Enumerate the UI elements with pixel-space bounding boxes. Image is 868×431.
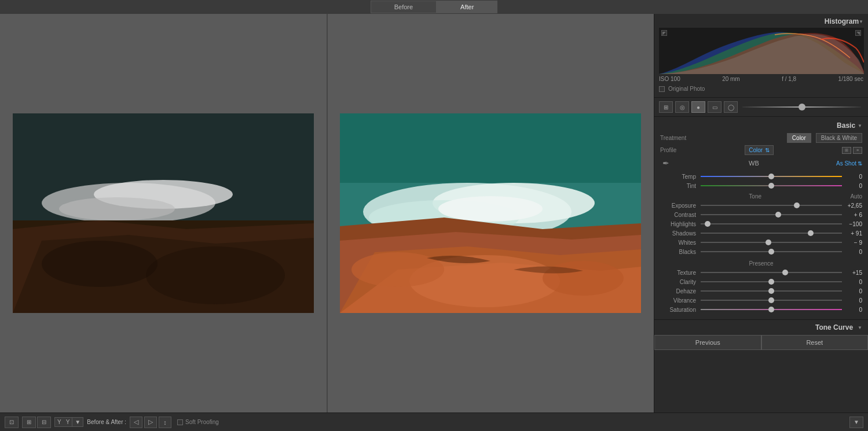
yy-left[interactable]: Y xyxy=(55,418,64,426)
profile-icon-grid[interactable]: ⊞ xyxy=(842,147,851,154)
temp-row: Temp 0 xyxy=(660,172,862,180)
blacks-value: 0 xyxy=(842,249,862,255)
dehaze-slider-thumb[interactable] xyxy=(768,288,774,294)
exposure-slider-thumb[interactable] xyxy=(794,202,800,208)
blacks-slider[interactable] xyxy=(701,248,842,256)
after-photo-svg xyxy=(340,113,641,313)
contrast-value: + 6 xyxy=(842,212,862,218)
clarity-value: 0 xyxy=(842,279,862,285)
vibrance-value: 0 xyxy=(842,297,862,304)
main-area: Histogram ▼ xyxy=(0,14,868,412)
wb-eyedropper-icon[interactable]: ✒ xyxy=(660,157,672,169)
nav-swap-icon[interactable]: ↕ xyxy=(159,417,171,428)
texture-slider-thumb[interactable] xyxy=(782,270,788,275)
before-pane xyxy=(0,14,328,412)
temp-slider-thumb[interactable] xyxy=(768,174,774,179)
original-photo-row: Original Photo xyxy=(659,84,863,94)
highlights-slider-thumb[interactable] xyxy=(705,221,710,227)
treatment-bw-btn[interactable]: Black & White xyxy=(816,133,862,143)
filmstrip-toggle-icon[interactable]: ▼ xyxy=(849,417,863,428)
contrast-slider-thumb[interactable] xyxy=(775,212,781,218)
yy-right[interactable]: Y xyxy=(64,418,72,426)
saturation-slider[interactable] xyxy=(701,305,842,314)
texture-value: +15 xyxy=(842,270,862,276)
clarity-slider-thumb[interactable] xyxy=(768,279,774,285)
tint-slider-thumb[interactable] xyxy=(768,183,774,189)
yy-dropdown[interactable]: ▼ xyxy=(72,418,83,426)
view-options: ⊞ ⊟ xyxy=(22,417,51,428)
after-label[interactable]: After xyxy=(437,1,497,13)
tool-circle-filled-icon[interactable]: ● xyxy=(691,101,705,113)
tool-grid-icon[interactable]: ⊞ xyxy=(659,101,673,113)
profile-icons: ⊞ ≡ xyxy=(842,147,862,154)
tool-icons-row: ⊞ ◎ ● ▭ ◯ xyxy=(654,98,868,117)
temp-slider[interactable] xyxy=(701,172,842,180)
vibrance-row: Vibrance 0 xyxy=(660,296,862,304)
texture-row: Texture +15 xyxy=(660,268,862,277)
tone-curve-section: Tone Curve ▼ xyxy=(654,320,868,335)
histogram-collapse-icon[interactable]: ▼ xyxy=(859,19,863,24)
soft-proofing-row: Soft Proofing xyxy=(177,419,219,425)
shadows-value: + 91 xyxy=(842,230,862,237)
svg-point-4 xyxy=(59,197,175,220)
tone-curve-collapse-icon[interactable]: ▼ xyxy=(858,325,862,330)
tone-auto-btn[interactable]: Auto xyxy=(850,193,862,200)
top-bar: Before After xyxy=(0,0,868,14)
shadows-slider[interactable] xyxy=(701,229,842,237)
dehaze-slider[interactable] xyxy=(701,287,842,295)
after-photo xyxy=(340,113,641,313)
tone-curve-title: Tone Curve xyxy=(815,323,853,331)
clarity-slider[interactable] xyxy=(701,278,842,286)
basic-panel: Basic ▼ Treatment Color Black & White Pr… xyxy=(654,117,868,320)
vibrance-slider-thumb[interactable] xyxy=(768,297,774,303)
exif-row: ISO 100 20 mm f / 1,8 1/180 sec xyxy=(659,74,863,84)
contrast-slider[interactable] xyxy=(701,211,842,219)
before-label[interactable]: Before xyxy=(371,1,437,13)
whites-slider[interactable] xyxy=(701,238,842,246)
basic-panel-header: Basic ▼ xyxy=(660,121,862,130)
nav-right-icon[interactable]: ▷ xyxy=(144,417,157,428)
tone-curve-header: Tone Curve ▼ xyxy=(660,323,862,331)
right-panel: Histogram ▼ xyxy=(654,14,868,412)
tool-circle-outline-icon[interactable]: ◎ xyxy=(675,101,689,113)
soft-proofing-checkbox[interactable] xyxy=(177,419,183,425)
basic-collapse-icon[interactable]: ▼ xyxy=(858,123,862,128)
tint-slider[interactable] xyxy=(701,182,842,190)
tool-slider[interactable] xyxy=(742,106,861,108)
treatment-row: Treatment Color Black & White xyxy=(660,133,862,143)
profile-icon-list[interactable]: ≡ xyxy=(853,147,862,154)
view-opt-2[interactable]: ⊟ xyxy=(37,417,51,428)
highlights-slider[interactable] xyxy=(701,220,842,228)
tone-title: Tone xyxy=(660,193,850,200)
previous-btn[interactable]: Previous xyxy=(654,335,761,350)
blacks-row: Blacks 0 xyxy=(660,248,862,256)
dehaze-row: Dehaze 0 xyxy=(660,287,862,295)
vibrance-label: Vibrance xyxy=(660,297,701,304)
blacks-slider-thumb[interactable] xyxy=(768,249,774,255)
svg-point-8 xyxy=(42,241,158,287)
vibrance-slider[interactable] xyxy=(701,296,842,304)
saturation-slider-thumb[interactable] xyxy=(768,307,774,312)
wb-dropdown[interactable]: As Shot ⇅ xyxy=(836,160,862,167)
shadows-label: Shadows xyxy=(660,230,701,237)
saturation-label: Saturation xyxy=(660,307,701,313)
treatment-color-btn[interactable]: Color xyxy=(787,133,811,143)
exposure-slider[interactable] xyxy=(701,201,842,209)
after-pane xyxy=(328,14,654,412)
texture-slider[interactable] xyxy=(701,268,842,277)
reset-btn[interactable]: Reset xyxy=(761,335,869,350)
tool-rect-icon[interactable]: ▭ xyxy=(708,101,721,113)
view-opt-1[interactable]: ⊞ xyxy=(22,417,36,428)
original-photo-label: Original Photo xyxy=(668,86,705,92)
panel-buttons: Previous Reset xyxy=(654,335,868,350)
original-photo-checkbox[interactable] xyxy=(659,86,665,92)
profile-dropdown[interactable]: Color ⇅ xyxy=(745,145,774,155)
profile-value: Color xyxy=(749,147,763,153)
nav-left-icon[interactable]: ◁ xyxy=(130,417,142,428)
view-icon[interactable]: ⊡ xyxy=(5,417,19,428)
profile-row: Profile Color ⇅ ⊞ ≡ xyxy=(660,145,862,155)
exposure-row: Exposure +2,65 xyxy=(660,201,862,209)
tool-circle-icon[interactable]: ◯ xyxy=(724,101,738,113)
shadows-slider-thumb[interactable] xyxy=(808,230,814,236)
whites-slider-thumb[interactable] xyxy=(766,240,771,245)
